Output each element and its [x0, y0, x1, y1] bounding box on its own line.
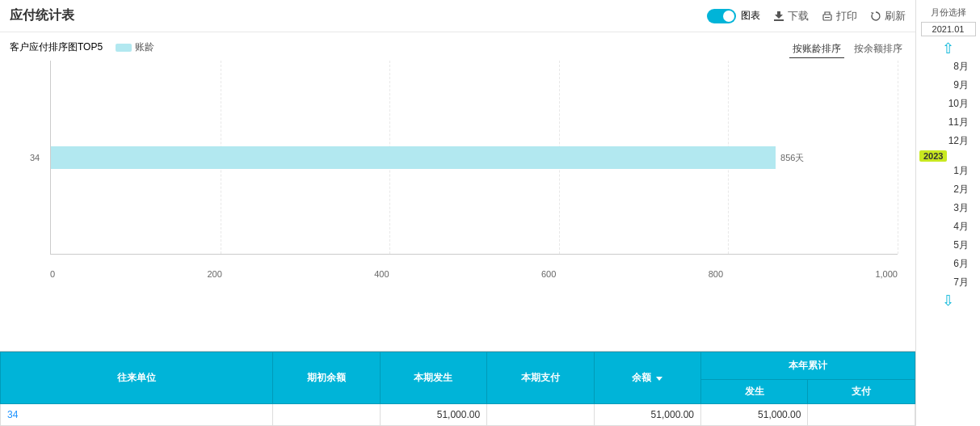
month-item-9: 9月 [916, 76, 980, 95]
legend-title: 客户应付排序图TOP5 [10, 40, 103, 54]
cell-paid [487, 404, 594, 426]
year-badge: 2023 [919, 150, 947, 162]
col-ytd-occurred-header: 发生 [701, 380, 808, 404]
month-5[interactable]: 5月 [948, 236, 974, 255]
print-label: 打印 [836, 9, 857, 23]
refresh-label: 刷新 [885, 9, 906, 23]
x-label: 200 [208, 269, 222, 279]
sidebar-year-input[interactable] [921, 22, 976, 36]
month-item-5: 5月 [916, 236, 980, 255]
month-3[interactable]: 3月 [948, 199, 974, 217]
x-axis: 0 200 400 600 800 1,000 [50, 269, 898, 279]
chart-label: 图表 [741, 9, 760, 23]
month-4[interactable]: 4月 [948, 217, 974, 236]
sort-by-amount-button[interactable]: 按余额排序 [851, 40, 906, 58]
month-8[interactable]: 8月 [948, 57, 974, 76]
month-item-1: 1月 [916, 162, 980, 180]
col-opening-header: 期初余额 [273, 352, 380, 404]
header-actions: 图表 下载 打印 刷新 [707, 9, 906, 23]
sidebar-months: 8月 9月 10月 11月 12月 2023 1月 2月 [916, 57, 980, 292]
bar-value-label: 856天 [780, 151, 804, 163]
cell-occurred: 51,000.00 [380, 404, 486, 426]
x-label: 1,000 [875, 269, 898, 279]
cell-balance: 51,000.00 [594, 404, 700, 426]
col-ytd-paid-header: 支付 [808, 380, 915, 404]
chart-toggle[interactable] [707, 9, 736, 23]
month-10[interactable]: 10月 [944, 95, 974, 113]
month-item-10: 10月 [916, 95, 980, 113]
month-1[interactable]: 1月 [948, 162, 974, 180]
chart-plot: 34 856天 [50, 61, 898, 255]
month-item-11: 11月 [916, 113, 980, 132]
page-title: 应付统计表 [10, 7, 74, 24]
col-company-header: 往来单位 [1, 352, 273, 404]
month-12[interactable]: 12月 [944, 132, 974, 150]
month-item-2: 2月 [916, 180, 980, 199]
chart-legend: 客户应付排序图TOP5 账龄 [10, 40, 906, 54]
month-item-3: 3月 [916, 199, 980, 217]
sort-buttons: 按账龄排序 按余额排序 [789, 40, 906, 58]
page-header: 应付统计表 图表 下载 打印 刷新 [0, 0, 915, 32]
cell-company: 34 [1, 404, 273, 426]
svg-rect-0 [774, 19, 784, 21]
table-section: 往来单位 期初余额 本期发生 本期支付 余额 本年累计 发生 [0, 351, 915, 426]
cell-ytd-paid [808, 404, 915, 426]
x-label: 600 [541, 269, 556, 279]
col-ytd-header: 本年累计 [701, 352, 915, 380]
x-label: 0 [50, 269, 55, 279]
month-item-4: 4月 [916, 217, 980, 236]
col-paid-header: 本期支付 [487, 352, 594, 404]
legend-color-label: 账龄 [135, 40, 154, 54]
cell-ytd-occurred: 51,000.00 [701, 404, 808, 426]
month-7[interactable]: 7月 [948, 273, 974, 292]
cell-opening [273, 404, 380, 426]
month-1-after-2023[interactable] [947, 154, 957, 158]
svg-marker-3 [656, 377, 662, 381]
sidebar-month-header: 月份选择 [931, 3, 966, 22]
month-6[interactable]: 6月 [948, 255, 974, 273]
sidebar: 月份选择 ⇧ 8月 9月 10月 11月 12月 2023 [915, 0, 980, 426]
chart-bar: 34 856天 [51, 146, 776, 169]
print-button[interactable]: 打印 [822, 9, 857, 23]
company-link[interactable]: 34 [7, 409, 18, 420]
legend-color-box [116, 44, 132, 52]
chart-toggle-group[interactable]: 图表 [707, 9, 760, 23]
table-wrapper: 往来单位 期初余额 本期发生 本期支付 余额 本年累计 发生 [0, 352, 915, 426]
refresh-button[interactable]: 刷新 [870, 9, 906, 23]
download-label: 下载 [788, 9, 809, 23]
download-icon [773, 11, 784, 22]
sidebar-up-button[interactable]: ⇧ [942, 41, 954, 56]
grid-line [898, 61, 898, 254]
month-11[interactable]: 11月 [944, 113, 974, 132]
month-item-7: 7月 [916, 273, 980, 292]
data-table: 往来单位 期初余额 本期发生 本期支付 余额 本年累计 发生 [0, 352, 915, 426]
download-button[interactable]: 下载 [773, 9, 809, 23]
sort-by-balance-button[interactable]: 按账龄排序 [789, 40, 844, 58]
sidebar-down-button[interactable]: ⇩ [942, 293, 954, 308]
col-occurred-header: 本期发生 [380, 352, 486, 404]
year-badge-row: 2023 [916, 150, 980, 162]
legend-item: 账龄 [116, 40, 154, 54]
month-9[interactable]: 9月 [948, 76, 974, 95]
print-icon [822, 11, 833, 22]
toggle-knob [723, 11, 734, 22]
month-2[interactable]: 2月 [948, 180, 974, 199]
x-label: 400 [374, 269, 389, 279]
month-item-12: 12月 [916, 132, 980, 150]
col-balance-header: 余额 [594, 352, 700, 404]
sort-icon [655, 374, 663, 382]
month-item-6: 6月 [916, 255, 980, 273]
month-item-8: 8月 [916, 57, 980, 76]
bar-y-label: 34 [30, 153, 40, 162]
svg-rect-2 [825, 17, 830, 18]
x-label: 800 [709, 269, 723, 279]
chart-container: 34 856天 0 200 400 600 800 1,000 [10, 61, 906, 279]
table-header-row: 往来单位 期初余额 本期发生 本期支付 余额 本年累计 [1, 352, 915, 380]
table-row: 34 51,000.00 51,000.00 51,000.00 [1, 404, 915, 426]
refresh-icon [870, 11, 881, 22]
chart-section: 客户应付排序图TOP5 账龄 按账龄排序 按余额排序 [0, 32, 915, 351]
